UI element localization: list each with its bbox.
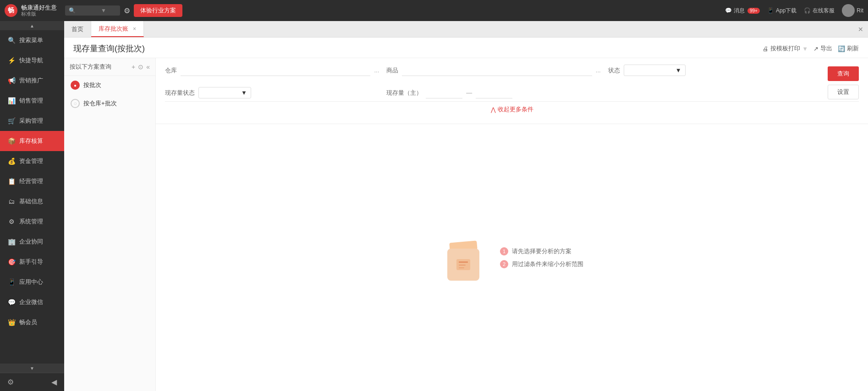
sidebar-label-marketing: 营销推广 [19, 76, 43, 85]
query-button[interactable]: 查询 [828, 66, 859, 81]
sidebar-icon-sales: 📊 [7, 97, 16, 105]
refresh-button[interactable]: 🔄 刷新 [838, 44, 859, 53]
sidebar-label-enterprise: 企业协同 [19, 238, 43, 246]
scheme-icon-by-warehouse-batch: ○ [71, 99, 80, 108]
empty-box [447, 249, 479, 281]
sidebar-item-system[interactable]: ⚙ 系统管理 [0, 212, 64, 232]
sidebar-label-system: 系统管理 [19, 217, 43, 226]
left-panel-header-label: 按以下方案查询 [70, 63, 111, 71]
product-field: 商品 ... [386, 65, 600, 76]
empty-tip-2: 2 用过滤条件来缩小分析范围 [500, 260, 583, 268]
sidebar-item-purchase[interactable]: 🛒 采购管理 [0, 111, 64, 131]
app-edition: 标准版 [21, 11, 57, 17]
sidebar-item-apps[interactable]: 📱 应用中心 [0, 272, 64, 292]
online-service-button[interactable]: 🎧 在线客服 [804, 7, 835, 15]
sidebar-label-sales: 销售管理 [19, 97, 43, 105]
collapse-filter-button[interactable]: ⋀ 收起更多条件 [165, 101, 859, 117]
warehouse-more-btn[interactable]: ... [374, 67, 379, 74]
appdown-button[interactable]: 📱 App下载 [767, 7, 797, 15]
sidebar-item-operations[interactable]: 📋 经营管理 [0, 171, 64, 191]
sidebar-item-vip[interactable]: 👑 畅会员 [0, 312, 64, 332]
sidebar-label-finance: 资金管理 [19, 157, 43, 165]
sidebar-scroll-up[interactable]: ▲ [0, 21, 64, 30]
sidebar-item-sales[interactable]: 📊 销售管理 [0, 91, 64, 111]
product-label: 商品 [386, 66, 398, 75]
tab-bar-close-button[interactable]: ✕ [858, 26, 863, 33]
scheme-item-by-warehouse-batch[interactable]: ○按仓库+批次 [64, 94, 155, 113]
sidebar-icon-purchase: 🛒 [7, 117, 16, 125]
inventory-main-max-input[interactable] [476, 87, 512, 98]
sidebar-icon-inventory: 📦 [7, 137, 16, 145]
user-area[interactable]: Rit [842, 4, 863, 17]
sidebar-label-search: 搜索菜单 [19, 36, 43, 44]
sidebar-item-basic[interactable]: 🗂 基础信息 [0, 191, 64, 212]
gear-button[interactable]: ⚙ [124, 6, 130, 15]
action-buttons: 查询 设置 [828, 65, 859, 99]
app-logo: 畅 [5, 4, 17, 17]
warehouse-field: 仓库 ... [165, 65, 379, 76]
sidebar-label-inventory: 库存核算 [19, 137, 43, 145]
export-button[interactable]: ↗ 导出 [813, 44, 832, 53]
inventory-main-dash: — [466, 89, 472, 96]
sidebar-scroll-down[interactable]: ▼ [0, 364, 64, 373]
sidebar-item-newbie[interactable]: 🎯 新手引导 [0, 252, 64, 272]
sidebar-item-marketing[interactable]: 📢 营销推广 [0, 71, 64, 91]
warehouse-input[interactable] [181, 65, 370, 76]
tip-text-2: 用过滤条件来缩小分析范围 [512, 260, 583, 268]
print-chevron-icon: ▼ [802, 45, 808, 52]
sidebar-icon-operations: 📋 [7, 177, 16, 185]
tab-label-home: 首页 [71, 25, 83, 33]
tab-home[interactable]: 首页 [64, 21, 91, 37]
scheme-list: ●按批次○按仓库+批次 [64, 76, 155, 391]
sidebar-item-search[interactable]: 🔍 搜索菜单 [0, 30, 64, 50]
sidebar-item-enterprise[interactable]: 🏢 企业协同 [0, 232, 64, 252]
svg-rect-2 [459, 265, 466, 266]
sidebar-item-inventory[interactable]: 📦 库存核算 [0, 131, 64, 151]
page-header-actions: 🖨 按模板打印 ▼ ↗ 导出 🔄 刷新 [763, 44, 859, 53]
sidebar-icon-wechat: 💬 [7, 298, 16, 306]
status-select[interactable]: ▼ [624, 65, 686, 76]
sidebar-collapse-icon[interactable]: ◀ [51, 378, 57, 386]
left-panel-header-icons: + ⊙ « [132, 63, 150, 71]
add-scheme-icon[interactable]: + [132, 63, 135, 71]
sidebar-bottom: ⚙ ◀ [0, 373, 64, 391]
top-bar-left: 畅 畅康通好生意 标准版 🔍 ▼ ⚙ 体验行业方案 [5, 4, 725, 17]
sidebar-icon-basic: 🗂 [7, 197, 16, 206]
inventory-main-label: 现存量（主） [386, 89, 422, 97]
sidebar-label-apps: 应用中心 [19, 278, 43, 286]
message-badge: 99+ [747, 8, 760, 14]
tip-number-1: 1 [500, 247, 508, 255]
product-input[interactable] [402, 65, 592, 76]
settings-button[interactable]: 设置 [828, 85, 859, 99]
product-more-btn[interactable]: ... [596, 67, 601, 74]
sidebar-icon-vip: 👑 [7, 318, 16, 326]
sidebar-item-wechat[interactable]: 💬 企业微信 [0, 292, 64, 312]
empty-state-tips: 1 请先选择要分析的方案 2 用过滤条件来缩小分析范围 [500, 247, 583, 268]
sidebar-label-wechat: 企业微信 [19, 298, 43, 306]
inventory-status-field: 现存量状态 ▼ [165, 87, 379, 98]
sidebar-label-newbie: 新手引导 [19, 258, 43, 266]
tab-inventory-batch[interactable]: 库存批次账× [91, 21, 144, 37]
sidebar-item-shortcut[interactable]: ⚡ 快捷导航 [0, 50, 64, 71]
experience-button[interactable]: 体验行业方案 [134, 4, 182, 17]
sidebar-icon-enterprise: 🏢 [7, 238, 16, 246]
sidebar: ▲ 🔍 搜索菜单 ⚡ 快捷导航 📢 营销推广 📊 销售管理 🛒 采购管理 📦 库… [0, 21, 64, 391]
app-title: 畅康通好生意 [21, 4, 57, 11]
sidebar-icon-newbie: 🎯 [7, 258, 16, 266]
username-text: Rit [857, 7, 863, 14]
print-button[interactable]: 🖨 按模板打印 ▼ [763, 44, 808, 53]
panel-collapse-icon[interactable]: « [146, 63, 150, 71]
scheme-label-by-batch: 按批次 [83, 81, 101, 89]
tab-close-inventory-batch[interactable]: × [133, 26, 136, 32]
sidebar-item-finance[interactable]: 💰 资金管理 [0, 151, 64, 171]
page-title: 现存量查询(按批次) [73, 43, 145, 54]
scheme-settings-icon[interactable]: ⊙ [138, 63, 143, 71]
scheme-item-by-batch[interactable]: ●按批次 [64, 76, 155, 94]
warehouse-label: 仓库 [165, 66, 177, 75]
inventory-main-min-input[interactable] [426, 87, 462, 98]
inventory-status-select[interactable]: ▼ [198, 87, 251, 98]
message-button[interactable]: 💬 消息 99+ [725, 7, 760, 15]
two-col-layout: 按以下方案查询 + ⊙ « ●按批次○按仓库+批次 [64, 58, 868, 391]
sidebar-label-basic: 基础信息 [19, 197, 43, 206]
sidebar-settings-icon[interactable]: ⚙ [7, 378, 14, 386]
